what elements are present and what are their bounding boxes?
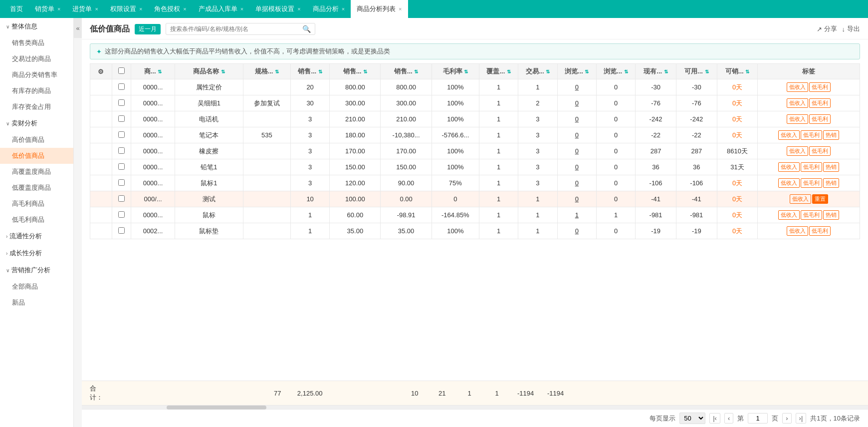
row-checkbox-cell[interactable]: [112, 191, 131, 207]
sidebar-section-overall[interactable]: ∨ 整体信息: [0, 18, 73, 35]
nav-sales-order[interactable]: 销货单 ×: [29, 0, 66, 18]
col-checkbox[interactable]: [112, 64, 131, 79]
sidebar-item-low-value[interactable]: 低价值商品: [0, 148, 73, 164]
sidebar-section-growth[interactable]: › 成长性分析: [0, 245, 73, 262]
browse-link[interactable]: 1: [575, 211, 579, 219]
col-spec[interactable]: 规格... ⇅: [243, 64, 290, 79]
col-saleable[interactable]: 可销... ⇅: [717, 64, 758, 79]
first-page-button[interactable]: |‹: [709, 413, 720, 424]
sidebar-item-high-coverage[interactable]: 高覆盖度商品: [0, 164, 73, 180]
nav-sales-order-close[interactable]: ×: [57, 6, 60, 12]
sidebar-item-traded[interactable]: 交易过的商品: [0, 51, 73, 67]
time-range-button[interactable]: 近一月: [135, 24, 161, 34]
search-input[interactable]: [170, 25, 302, 32]
sidebar-item-high-value[interactable]: 高价值商品: [0, 132, 73, 148]
row-checkbox[interactable]: [118, 115, 125, 122]
col-name[interactable]: 商品名称 ⇅: [175, 64, 243, 79]
browse-link[interactable]: 0: [575, 99, 579, 107]
row-browse1: 1: [557, 207, 596, 223]
row-checkbox-cell[interactable]: [112, 79, 131, 95]
browse-link[interactable]: 0: [575, 163, 579, 171]
row-checkbox[interactable]: [118, 147, 125, 154]
page-size-select[interactable]: 50 100 200: [679, 413, 705, 424]
browse-link[interactable]: 0: [575, 195, 579, 203]
last-page-button[interactable]: ›|: [796, 413, 807, 424]
search-icon[interactable]: 🔍: [302, 25, 311, 33]
row-name: 鼠标: [175, 207, 243, 223]
col-sales-qty[interactable]: 销售... ⇅: [290, 64, 329, 79]
nav-purchase-order-close[interactable]: ×: [95, 6, 98, 12]
browse-link[interactable]: 0: [575, 179, 579, 187]
col-browse2[interactable]: 浏览... ⇅: [596, 64, 635, 79]
row-checkbox-cell[interactable]: [112, 207, 131, 223]
sidebar-item-high-margin[interactable]: 高毛利商品: [0, 196, 73, 212]
browse-link[interactable]: 0: [575, 147, 579, 155]
sidebar-item-in-stock[interactable]: 有库存的商品: [0, 83, 73, 99]
sidebar-section-financial[interactable]: ∨ 卖财分析: [0, 115, 73, 132]
col-sales-cost[interactable]: 销售... ⇅: [381, 64, 432, 79]
nav-permissions[interactable]: 权限设置 ×: [104, 0, 148, 18]
row-checkbox-cell[interactable]: [112, 175, 131, 191]
nav-template-settings[interactable]: 单据模板设置 ×: [249, 0, 306, 18]
select-all-checkbox[interactable]: [118, 67, 125, 74]
scrollbar-thumb[interactable]: [167, 406, 266, 410]
col-current[interactable]: 现有... ⇅: [636, 64, 676, 79]
row-checkbox[interactable]: [118, 179, 125, 186]
prev-page-button[interactable]: ‹: [724, 413, 733, 424]
col-browse1[interactable]: 浏览... ⇅: [557, 64, 596, 79]
nav-purchase-order[interactable]: 进货单 ×: [66, 0, 104, 18]
nav-role-auth-close[interactable]: ×: [183, 6, 186, 12]
share-button[interactable]: ↗ 分享: [817, 24, 837, 33]
row-checkbox[interactable]: [118, 195, 125, 202]
nav-product-analysis-close[interactable]: ×: [342, 6, 345, 12]
sidebar-section-liquidity[interactable]: › 流通性分析: [0, 228, 73, 245]
col-available[interactable]: 可用... ⇅: [676, 64, 717, 79]
row-checkbox-cell[interactable]: [112, 223, 131, 239]
row-checkbox[interactable]: [118, 99, 125, 106]
browse-link[interactable]: 0: [575, 83, 579, 91]
row-checkbox-cell[interactable]: [112, 127, 131, 143]
row-trans: 1: [518, 191, 557, 207]
col-trans[interactable]: 交易... ⇅: [518, 64, 557, 79]
sidebar-item-category-sales-rate[interactable]: 商品分类销售率: [0, 67, 73, 83]
nav-role-auth[interactable]: 角色授权 ×: [148, 0, 192, 18]
sidebar-item-new-products[interactable]: 新品: [0, 295, 73, 311]
sidebar-item-all-products[interactable]: 全部商品: [0, 279, 73, 295]
nav-home[interactable]: 首页: [4, 0, 29, 18]
row-checkbox-cell[interactable]: [112, 159, 131, 175]
col-settings[interactable]: ⚙: [90, 64, 112, 79]
row-checkbox-cell[interactable]: [112, 143, 131, 159]
sidebar-collapse-button[interactable]: «: [74, 18, 82, 38]
row-checkbox-cell[interactable]: [112, 111, 131, 127]
nav-product-inbound-close[interactable]: ×: [240, 6, 243, 12]
col-coverage[interactable]: 覆盖... ⇅: [479, 64, 518, 79]
nav-permissions-close[interactable]: ×: [139, 6, 142, 12]
next-page-button[interactable]: ›: [782, 413, 791, 424]
browse-link[interactable]: 0: [575, 131, 579, 139]
row-checkbox-cell[interactable]: [112, 95, 131, 111]
nav-product-analysis[interactable]: 商品分析 ×: [307, 0, 351, 18]
nav-template-settings-close[interactable]: ×: [297, 6, 300, 12]
row-checkbox[interactable]: [118, 227, 125, 234]
nav-product-analysis-list-close[interactable]: ×: [399, 6, 402, 12]
row-checkbox[interactable]: [118, 163, 125, 170]
row-checkbox[interactable]: [118, 83, 125, 90]
nav-product-analysis-list[interactable]: 商品分析列表 ×: [351, 0, 408, 18]
col-margin[interactable]: 毛利率 ⇅: [432, 64, 479, 79]
page-number-input[interactable]: [748, 413, 768, 424]
sidebar-item-low-coverage[interactable]: 低覆盖度商品: [0, 180, 73, 196]
nav-product-inbound[interactable]: 产成品入库单 ×: [193, 0, 249, 18]
col-code[interactable]: 商... ⇅: [131, 64, 175, 79]
row-checkbox[interactable]: [118, 131, 125, 138]
sidebar-item-inventory-capital[interactable]: 库存资金占用: [0, 99, 73, 115]
browse-link[interactable]: 0: [575, 227, 579, 235]
sidebar-section-marketing[interactable]: ∨ 营销推广分析: [0, 262, 73, 279]
sidebar-item-sales-category[interactable]: 销售类商品: [0, 35, 73, 51]
browse-link[interactable]: 0: [575, 115, 579, 123]
row-checkbox[interactable]: [118, 211, 125, 218]
horizontal-scrollbar[interactable]: [82, 405, 868, 409]
col-sales-price[interactable]: 销售... ⇅: [330, 64, 381, 79]
sidebar-item-low-margin[interactable]: 低毛利商品: [0, 212, 73, 228]
row-sales-price: 100.00: [330, 191, 381, 207]
export-button[interactable]: ↓ 导出: [842, 24, 861, 33]
